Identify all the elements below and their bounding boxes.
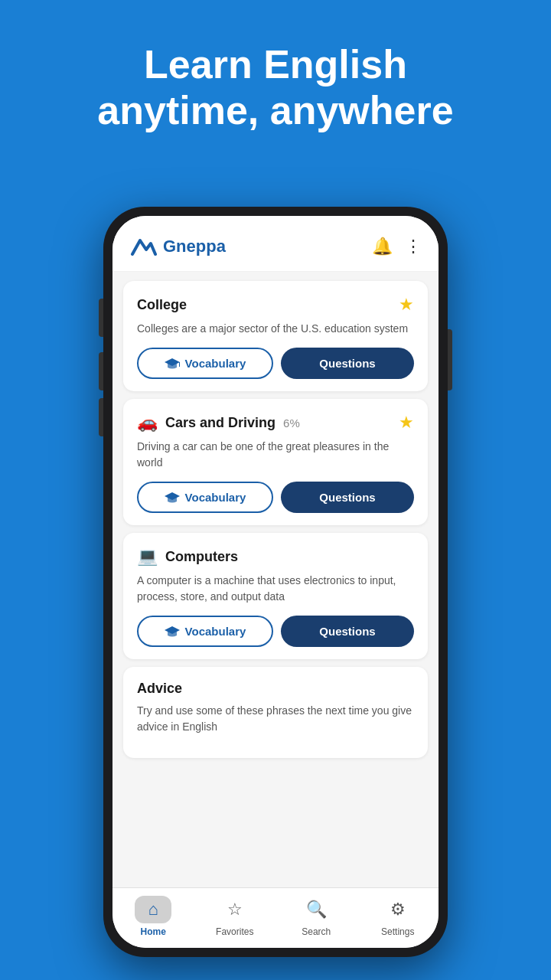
- nav-item-home[interactable]: ⌂ Home: [112, 896, 194, 937]
- logo-area: Gneppa: [129, 233, 372, 260]
- phone-shell: Gneppa 🔔 ⋮ College ★ Colleg: [103, 207, 448, 957]
- nav-search-bg: 🔍: [298, 896, 334, 923]
- card-title-college: College: [137, 297, 187, 313]
- grad-hat-icon-cars: [165, 492, 180, 504]
- card-title-advice: Advice: [137, 681, 182, 697]
- card-buttons-college: Vocabulary Questions: [137, 348, 414, 379]
- nav-label-home: Home: [141, 926, 166, 937]
- settings-nav-icon: ⚙: [390, 900, 406, 920]
- card-title-cars: Cars and Driving: [165, 415, 276, 431]
- topic-card-computers: 💻 Computers A computer is a machine that…: [123, 533, 428, 659]
- vocab-button-college[interactable]: Vocabulary: [137, 348, 273, 379]
- questions-button-college[interactable]: Questions: [281, 348, 414, 379]
- questions-button-cars[interactable]: Questions: [281, 482, 414, 513]
- nav-item-favorites[interactable]: ☆ Favorites: [194, 896, 276, 937]
- phone-screen: Gneppa 🔔 ⋮ College ★ Colleg: [112, 216, 439, 948]
- search-nav-icon: 🔍: [306, 900, 327, 920]
- nav-favorites-bg: ☆: [217, 896, 253, 923]
- bell-icon[interactable]: 🔔: [372, 237, 393, 256]
- nav-home-bg: ⌂: [135, 896, 171, 923]
- nav-label-settings: Settings: [381, 926, 414, 937]
- questions-button-computers[interactable]: Questions: [281, 616, 414, 647]
- hero-line1: Learn English: [144, 42, 407, 87]
- card-title-row-advice: Advice: [137, 681, 182, 697]
- computer-icon: 💻: [137, 547, 158, 567]
- card-title-row-college: College: [137, 297, 187, 313]
- nav-item-settings[interactable]: ⚙ Settings: [357, 896, 439, 937]
- grad-hat-icon-computers: [165, 626, 180, 638]
- star-college[interactable]: ★: [399, 295, 414, 315]
- vocab-button-computers[interactable]: Vocabulary: [137, 616, 273, 647]
- phone-mockup: Gneppa 🔔 ⋮ College ★ Colleg: [103, 207, 448, 957]
- star-nav-icon: ☆: [227, 900, 243, 920]
- card-title-row-computers: 💻 Computers: [137, 547, 238, 567]
- card-desc-cars: Driving a car can be one of the great pl…: [137, 439, 414, 471]
- card-buttons-cars: Vocabulary Questions: [137, 482, 414, 513]
- app-logo-icon: [129, 233, 157, 260]
- more-icon[interactable]: ⋮: [405, 237, 422, 256]
- card-header-computers: 💻 Computers: [137, 547, 414, 567]
- hero-text: Learn English anytime, anywhere: [0, 0, 551, 134]
- card-desc-computers: A computer is a machine that uses electr…: [137, 573, 414, 605]
- card-header-advice: Advice: [137, 681, 414, 697]
- app-name: Gneppa: [163, 237, 226, 256]
- card-title-row-cars: 🚗 Cars and Driving 6%: [137, 413, 300, 433]
- nav-settings-bg: ⚙: [380, 896, 416, 923]
- card-header-cars: 🚗 Cars and Driving 6% ★: [137, 413, 414, 433]
- header-actions: 🔔 ⋮: [372, 237, 422, 256]
- card-percent-cars: 6%: [283, 416, 300, 430]
- hero-line2: anytime, anywhere: [97, 88, 453, 132]
- card-header-college: College ★: [137, 295, 414, 315]
- car-icon: 🚗: [137, 413, 158, 433]
- nav-item-search[interactable]: 🔍 Search: [276, 896, 357, 937]
- topic-card-college: College ★ Colleges are a major sector of…: [123, 281, 428, 391]
- topic-card-cars: 🚗 Cars and Driving 6% ★ Driving a car ca…: [123, 399, 428, 525]
- nav-label-favorites: Favorites: [216, 926, 253, 937]
- card-title-computers: Computers: [165, 549, 238, 565]
- nav-label-search: Search: [302, 926, 331, 937]
- card-desc-advice: Try and use some of these phrases the ne…: [137, 703, 414, 735]
- star-cars[interactable]: ★: [399, 413, 414, 433]
- card-buttons-computers: Vocabulary Questions: [137, 616, 414, 647]
- grad-hat-icon: [165, 358, 180, 370]
- app-header: Gneppa 🔔 ⋮: [112, 216, 439, 272]
- topic-card-advice: Advice Try and use some of these phrases…: [123, 667, 428, 758]
- home-icon: ⌂: [148, 900, 158, 920]
- bottom-nav: ⌂ Home ☆ Favorites 🔍 Search: [112, 887, 439, 948]
- vocab-button-cars[interactable]: Vocabulary: [137, 482, 273, 513]
- topic-list: College ★ Colleges are a major sector of…: [112, 272, 439, 887]
- card-desc-college: Colleges are a major sector of the U.S. …: [137, 321, 414, 337]
